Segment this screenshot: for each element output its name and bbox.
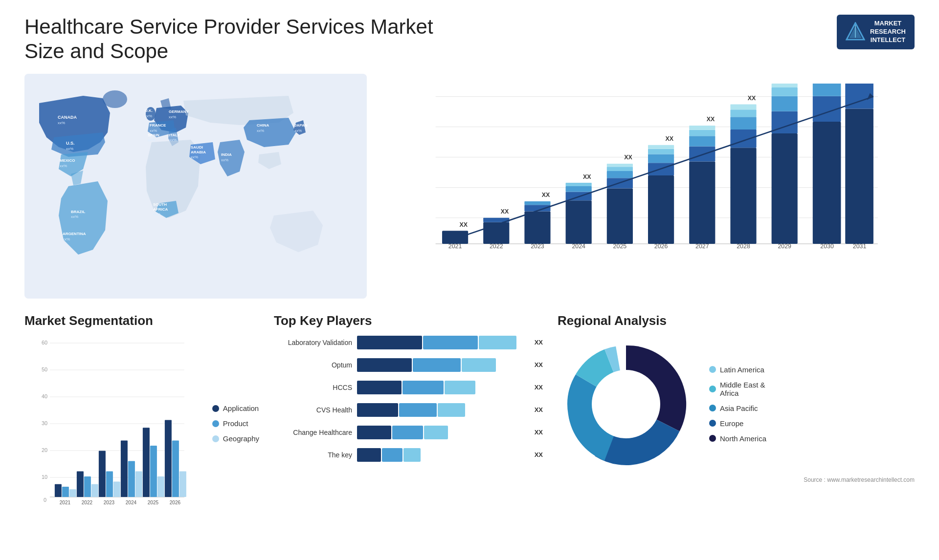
svg-rect-95 bbox=[772, 84, 798, 87]
svg-rect-81 bbox=[689, 126, 715, 130]
svg-rect-133 bbox=[113, 481, 120, 497]
logo-area: MARKET RESEARCH INTELLECT bbox=[837, 15, 915, 49]
svg-text:xx%: xx% bbox=[66, 147, 73, 151]
svg-rect-123 bbox=[55, 484, 62, 497]
svg-rect-45 bbox=[442, 231, 468, 244]
latin-america-label: Latin America bbox=[720, 366, 764, 374]
svg-text:50: 50 bbox=[42, 366, 47, 372]
svg-text:2026: 2026 bbox=[170, 500, 181, 505]
player-name-2: HCCS bbox=[274, 384, 352, 391]
europe-dot bbox=[709, 420, 716, 427]
source-text: Source : www.marketresearchintellect.com bbox=[558, 476, 915, 483]
player-row-5: The keyXX bbox=[274, 448, 543, 462]
player-bar-wrap-3 bbox=[357, 403, 527, 417]
player-xx-1: XX bbox=[535, 361, 543, 368]
svg-text:MEXICO: MEXICO bbox=[60, 158, 75, 163]
player-name-0: Laboratory Validation bbox=[274, 339, 352, 346]
svg-text:xx%: xx% bbox=[58, 121, 65, 125]
player-seg-3-2 bbox=[438, 403, 465, 417]
player-seg-4-1 bbox=[392, 426, 423, 439]
main-container: Healthcare Service Provider Services Mar… bbox=[0, 0, 939, 560]
svg-text:2022: 2022 bbox=[490, 243, 503, 250]
svg-text:2023: 2023 bbox=[531, 243, 544, 250]
svg-rect-103 bbox=[845, 108, 873, 244]
svg-text:xx%: xx% bbox=[191, 155, 198, 159]
svg-text:xx%: xx% bbox=[153, 212, 160, 216]
top-row: CANADA xx% U.S. xx% MEXICO xx% BRAZIL xx… bbox=[24, 74, 915, 299]
svg-text:XX: XX bbox=[501, 208, 509, 215]
svg-rect-94 bbox=[772, 87, 798, 96]
logo-box: MARKET RESEARCH INTELLECT bbox=[837, 15, 915, 49]
svg-text:ARGENTINA: ARGENTINA bbox=[63, 232, 86, 236]
growth-chart-svg: 2021 XX 2022 XX 2023 XX 2024 XX bbox=[391, 84, 905, 274]
svg-rect-143 bbox=[165, 420, 172, 497]
application-dot bbox=[212, 405, 219, 412]
bottom-row: Market Segmentation 60 50 40 30 20 bbox=[24, 313, 915, 518]
player-name-1: Optum bbox=[274, 361, 352, 369]
regional-content: Latin America Middle East &Africa Asia P… bbox=[558, 336, 915, 473]
svg-text:xx%: xx% bbox=[145, 114, 152, 118]
svg-rect-135 bbox=[121, 440, 128, 497]
svg-rect-100 bbox=[813, 84, 841, 96]
player-seg-4-0 bbox=[357, 426, 391, 439]
map-section: CANADA xx% U.S. xx% MEXICO xx% BRAZIL xx… bbox=[24, 74, 367, 299]
svg-text:XX: XX bbox=[542, 192, 550, 198]
svg-rect-77 bbox=[689, 161, 715, 243]
player-seg-1-1 bbox=[413, 358, 461, 372]
svg-rect-84 bbox=[730, 148, 756, 244]
player-seg-3-0 bbox=[357, 403, 398, 417]
svg-text:2029: 2029 bbox=[778, 243, 791, 250]
svg-rect-63 bbox=[607, 188, 633, 243]
player-xx-5: XX bbox=[535, 451, 543, 458]
player-bar-wrap-4 bbox=[357, 426, 527, 439]
asia-pacific-label: Asia Pacific bbox=[720, 404, 758, 412]
players-list: Laboratory ValidationXXOptumXXHCCSXXCVS … bbox=[274, 336, 543, 462]
svg-text:2031: 2031 bbox=[853, 243, 867, 250]
svg-text:xx%: xx% bbox=[169, 115, 176, 119]
svg-rect-125 bbox=[69, 489, 76, 497]
svg-text:ARABIA: ARABIA bbox=[191, 150, 206, 154]
regional-section: Regional Analysis bbox=[558, 313, 915, 518]
player-row-1: OptumXX bbox=[274, 358, 543, 372]
page-title: Healthcare Service Provider Services Mar… bbox=[24, 15, 465, 64]
svg-rect-73 bbox=[648, 149, 674, 154]
legend-north-america: North America bbox=[709, 434, 766, 443]
svg-text:xx%: xx% bbox=[60, 164, 67, 168]
svg-rect-85 bbox=[730, 129, 756, 148]
player-seg-5-1 bbox=[382, 448, 402, 462]
svg-rect-60 bbox=[566, 183, 592, 186]
players-section: Top Key Players Laboratory ValidationXXO… bbox=[274, 313, 543, 518]
seg-content: 60 50 40 30 20 10 0 bbox=[24, 336, 259, 512]
segmentation-title: Market Segmentation bbox=[24, 313, 259, 328]
svg-text:FRANCE: FRANCE bbox=[150, 123, 166, 128]
svg-text:U.S.: U.S. bbox=[66, 141, 75, 146]
svg-text:SPAIN: SPAIN bbox=[148, 133, 159, 137]
legend-middle-east-africa: Middle East &Africa bbox=[709, 381, 766, 397]
svg-text:xx%: xx% bbox=[150, 129, 157, 133]
legend-application: Application bbox=[212, 404, 259, 412]
legend-asia-pacific: Asia Pacific bbox=[709, 404, 766, 412]
svg-point-4 bbox=[103, 90, 127, 108]
player-xx-4: XX bbox=[535, 429, 543, 436]
svg-text:2021: 2021 bbox=[448, 243, 462, 250]
player-bar-wrap-2 bbox=[357, 381, 527, 394]
player-bar-wrap-1 bbox=[357, 358, 527, 372]
svg-text:XX: XX bbox=[624, 154, 632, 161]
player-name-4: Change Healthcare bbox=[274, 429, 352, 436]
svg-text:60: 60 bbox=[42, 340, 47, 345]
player-xx-2: XX bbox=[535, 384, 543, 391]
player-row-4: Change HealthcareXX bbox=[274, 426, 543, 439]
svg-rect-141 bbox=[157, 476, 164, 497]
svg-text:SOUTH: SOUTH bbox=[153, 202, 167, 207]
player-seg-0-0 bbox=[357, 336, 422, 349]
svg-text:xx%: xx% bbox=[257, 129, 264, 133]
svg-text:xx%: xx% bbox=[63, 237, 70, 241]
svg-text:ITALY: ITALY bbox=[169, 133, 180, 137]
svg-text:2024: 2024 bbox=[572, 243, 585, 250]
svg-text:2030: 2030 bbox=[820, 243, 834, 250]
svg-text:XX: XX bbox=[665, 135, 673, 142]
svg-rect-52 bbox=[524, 211, 550, 243]
svg-rect-144 bbox=[172, 440, 179, 497]
svg-rect-137 bbox=[135, 471, 142, 497]
svg-text:40: 40 bbox=[42, 393, 47, 399]
